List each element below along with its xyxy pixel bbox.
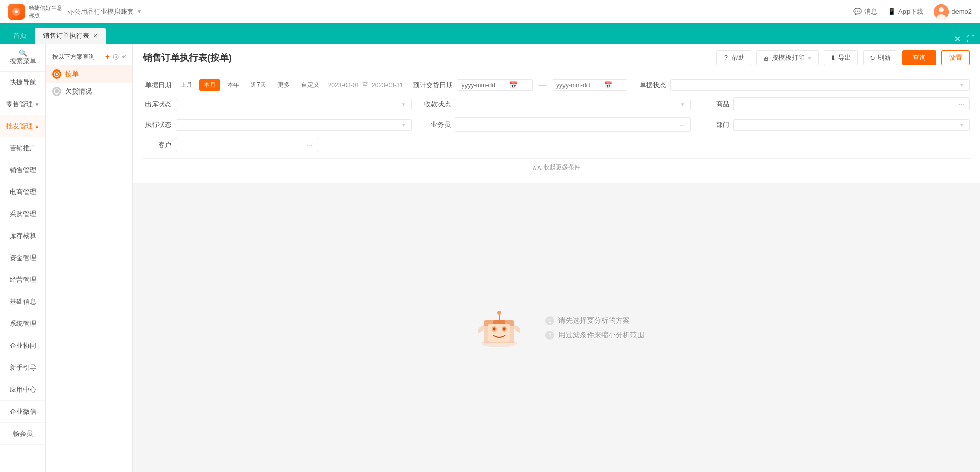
goods-more-icon[interactable]: ··· <box>958 100 964 108</box>
close-window-icon[interactable]: ✕ <box>954 34 961 44</box>
empty-text: 1 请先选择要分析的方案 2 用过滤条件来缩小分析范围 <box>545 316 644 340</box>
plan-item-欠货情况[interactable]: 欠货情况 <box>46 83 132 100</box>
hint-2-bullet: 2 <box>545 331 554 340</box>
expected-date-to[interactable]: 📅 <box>552 79 628 91</box>
out-stock-select[interactable]: ▼ <box>176 99 412 110</box>
maximize-window-icon[interactable]: ⛶ <box>967 35 975 44</box>
filter-dept: 部门 ▼ <box>701 119 970 131</box>
doc-status-chevron-icon: ▼ <box>959 82 964 88</box>
recv-status-select[interactable]: ▼ <box>455 99 691 110</box>
plan-item-按单[interactable]: 按单 <box>46 65 132 83</box>
doc-status-select[interactable]: ▼ <box>670 79 970 91</box>
sidebar-item-sales[interactable]: 销售管理 <box>0 159 45 181</box>
hint-1-bullet: 1 <box>545 316 554 325</box>
tab-close-icon[interactable]: × <box>93 32 97 40</box>
user-profile[interactable]: demo2 <box>934 4 972 19</box>
sidebar-item-basic[interactable]: 基础信息 <box>0 291 45 313</box>
filter-row-3: 执行状态 ▼ 业务员 ··· 部门 <box>143 117 970 132</box>
breadcrumb-arrow-icon[interactable]: ▼ <box>137 9 142 14</box>
svg-point-2 <box>939 7 944 12</box>
sidebar: 🔍 搜索菜单 快捷导航 零售管理 ▼ 批发管理 ▲ 营销推广 销售管理 电商管理… <box>0 44 46 472</box>
sales-person-more-icon[interactable]: ··· <box>679 121 685 129</box>
date-tab-more[interactable]: 更多 <box>273 79 295 91</box>
date-tab-custom[interactable]: 自定义 <box>297 79 324 91</box>
left-panel-header: 按以下方案查询 + ◎ « <box>46 49 132 65</box>
empty-hint-1: 1 请先选择要分析的方案 <box>545 316 644 325</box>
date-tab-7days[interactable]: 近7天 <box>246 79 271 91</box>
refresh-button[interactable]: ↻ 刷新 <box>863 50 897 65</box>
exec-status-select[interactable]: ▼ <box>176 119 412 131</box>
date-tab-last-month[interactable]: 上月 <box>176 79 197 91</box>
sidebar-item-newbie[interactable]: 新手引导 <box>0 357 45 379</box>
export-button[interactable]: ⬇ 导出 <box>824 50 858 65</box>
expected-date-from[interactable]: 📅 <box>457 79 533 91</box>
sidebar-item-corp-wechat[interactable]: 企业微信 <box>0 401 45 423</box>
add-plan-icon[interactable]: + <box>105 52 110 61</box>
app-download-button[interactable]: 📱 App下载 <box>888 7 923 16</box>
empty-hint-2: 2 用过滤条件来缩小分析范围 <box>545 331 644 340</box>
message-button[interactable]: 💬 消息 <box>853 7 877 16</box>
filter-date: 单据日期 上月 本月 本年 近7天 更多 自定义 2023-03-01 至 <box>143 79 403 91</box>
sidebar-item-finance[interactable]: 资金管理 <box>0 247 45 269</box>
print-template-button[interactable]: 🖨 按模板打印 ▼ <box>756 50 819 65</box>
collapse-button[interactable]: ∧∧ 收起更多条件 <box>532 163 580 172</box>
svg-point-14 <box>493 327 496 330</box>
query-button[interactable]: 查询 <box>902 50 936 65</box>
setting-button[interactable]: 设置 <box>941 50 970 65</box>
window-controls: ✕ ⛶ <box>954 34 975 44</box>
date-tab-this-month[interactable]: 本月 <box>199 79 220 91</box>
tab-home[interactable]: 首页 <box>5 28 35 44</box>
date-tab-this-year[interactable]: 本年 <box>223 79 244 91</box>
print-icon: 🖨 <box>763 54 770 62</box>
sidebar-item-retail[interactable]: 零售管理 ▼ <box>0 93 45 115</box>
chevron-up-icon: ▲ <box>35 124 40 129</box>
filter-row-2: 出库状态 ▼ 收款状态 ▼ 商品 <box>143 97 970 111</box>
fold-panel-icon[interactable]: « <box>122 52 126 61</box>
filter-sales-person: 业务员 ··· <box>422 117 691 132</box>
sidebar-item-quick-nav[interactable]: 快捷导航 <box>0 72 45 93</box>
refresh-plan-icon[interactable]: ◎ <box>113 52 119 61</box>
filter-exec-status: 执行状态 ▼ <box>143 119 412 131</box>
sidebar-search[interactable]: 🔍 搜索菜单 <box>0 44 45 72</box>
sidebar-item-purchase[interactable]: 采购管理 <box>0 203 45 225</box>
recv-status-chevron-icon: ▼ <box>680 102 685 107</box>
sidebar-item-enterprise[interactable]: 企业协同 <box>0 335 45 357</box>
breadcrumb[interactable]: 办公用品行业模拟账套 ▼ <box>67 7 142 16</box>
plan-icon-按单 <box>52 69 61 79</box>
expected-date-to-input[interactable] <box>556 82 602 89</box>
sidebar-item-inventory[interactable]: 库存核算 <box>0 225 45 247</box>
logo-icon <box>8 4 24 20</box>
date-tabs: 上月 本月 本年 近7天 更多 自定义 <box>176 79 324 91</box>
goods-select[interactable]: ··· <box>733 97 970 111</box>
dept-select[interactable]: ▼ <box>733 119 970 131</box>
expected-date-from-input[interactable] <box>461 82 507 89</box>
empty-state: 1 请先选择要分析的方案 2 用过滤条件来缩小分析范围 <box>133 183 980 472</box>
sales-person-select[interactable]: ··· <box>455 117 691 132</box>
tab-sales-exec[interactable]: 销售订单执行表 × <box>35 28 106 44</box>
left-panel-actions: + ◎ « <box>105 52 126 61</box>
collapse-icon: ∧∧ <box>532 164 542 171</box>
top-header: 畅捷信好生意 标版 办公用品行业模拟账套 ▼ 💬 消息 📱 App下载 <box>0 0 980 23</box>
help-button[interactable]: ？ 帮助 <box>716 50 751 65</box>
sidebar-item-app-center[interactable]: 应用中心 <box>0 379 45 401</box>
sidebar-item-member[interactable]: 畅会员 <box>0 423 45 445</box>
calendar-to-icon[interactable]: 📅 <box>604 81 612 89</box>
filter-goods: 商品 ··· <box>701 97 970 111</box>
sidebar-item-ecommerce[interactable]: 电商管理 <box>0 181 45 203</box>
filter-recv-status: 收款状态 ▼ <box>422 99 691 110</box>
date-range: 2023-03-01 至 2023-03-31 <box>328 81 403 89</box>
sidebar-item-system[interactable]: 系统管理 <box>0 313 45 335</box>
sidebar-item-wholesale[interactable]: 批发管理 ▲ <box>0 115 45 137</box>
sidebar-item-operations[interactable]: 经营管理 <box>0 269 45 291</box>
customer-select[interactable]: ··· <box>176 138 318 152</box>
sidebar-item-marketing[interactable]: 营销推广 <box>0 137 45 159</box>
help-icon: ？ <box>723 53 729 62</box>
out-stock-chevron-icon: ▼ <box>401 102 406 107</box>
calendar-from-icon[interactable]: 📅 <box>509 81 518 89</box>
logo-area[interactable]: 畅捷信好生意 标版 <box>8 4 62 20</box>
logo-text: 畅捷信好生意 标版 <box>29 4 62 19</box>
customer-more-icon[interactable]: ··· <box>307 141 313 149</box>
search-icon: 🔍 <box>19 49 27 57</box>
content-area: 销售订单执行表(按单) ？ 帮助 🖨 按模板打印 ▼ ⬇ 导出 ↻ 刷新 <box>133 44 980 472</box>
breadcrumb-text: 办公用品行业模拟账套 <box>67 7 134 16</box>
